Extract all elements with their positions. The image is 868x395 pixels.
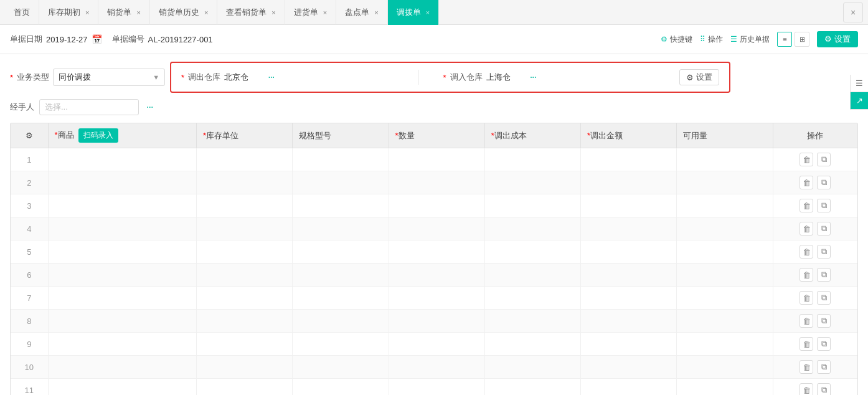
th-gear[interactable]: ⚙ xyxy=(11,123,48,148)
delete-icon-11[interactable]: 🗑 xyxy=(800,383,813,395)
row-available-3[interactable] xyxy=(677,194,773,217)
row-available-11[interactable] xyxy=(677,379,773,396)
copy-icon-7[interactable]: ⧉ xyxy=(817,291,831,305)
right-panel-list-icon[interactable]: ☰ xyxy=(851,75,868,92)
layout-icon-list[interactable]: ≡ xyxy=(777,32,792,47)
row-spec-6[interactable] xyxy=(293,264,389,287)
tab-inventory-check-close[interactable]: × xyxy=(374,9,378,16)
row-unit-2[interactable] xyxy=(197,171,293,194)
delete-icon-6[interactable]: 🗑 xyxy=(800,268,813,282)
row-available-8[interactable] xyxy=(677,310,773,333)
row-quantity-10[interactable] xyxy=(389,356,484,379)
row-amount-3[interactable] xyxy=(581,194,677,217)
row-available-5[interactable] xyxy=(677,240,773,264)
row-amount-7[interactable] xyxy=(581,287,677,310)
copy-icon-2[interactable]: ⧉ xyxy=(817,176,831,189)
tab-inventory-check[interactable]: 盘点单 × xyxy=(336,0,387,25)
row-spec-1[interactable] xyxy=(293,148,389,171)
delete-icon-8[interactable]: 🗑 xyxy=(800,314,813,328)
row-spec-4[interactable] xyxy=(293,217,389,240)
row-quantity-2[interactable] xyxy=(389,171,484,194)
row-cost-4[interactable] xyxy=(484,217,580,240)
row-spec-5[interactable] xyxy=(293,240,389,264)
row-product-11[interactable] xyxy=(48,379,197,396)
tab-transfer-order[interactable]: 调拨单 × xyxy=(388,0,439,25)
row-product-8[interactable] xyxy=(48,310,197,333)
warehouse-settings-button[interactable]: ⚙ 设置 xyxy=(679,69,719,85)
tab-sales-order-close[interactable]: × xyxy=(136,9,140,16)
window-close-button[interactable]: × xyxy=(843,2,863,22)
row-amount-10[interactable] xyxy=(581,356,677,379)
right-panel-export-icon[interactable]: ↗ xyxy=(851,92,868,110)
manager-dots[interactable]: ··· xyxy=(146,102,153,113)
row-cost-8[interactable] xyxy=(484,310,580,333)
copy-icon-10[interactable]: ⧉ xyxy=(817,360,831,374)
row-cost-10[interactable] xyxy=(484,356,580,379)
row-cost-3[interactable] xyxy=(484,194,580,217)
row-available-9[interactable] xyxy=(677,333,773,356)
row-cost-1[interactable] xyxy=(484,148,580,171)
row-amount-1[interactable] xyxy=(581,148,677,171)
row-unit-9[interactable] xyxy=(197,333,293,356)
row-quantity-11[interactable] xyxy=(389,379,484,396)
row-cost-11[interactable] xyxy=(484,379,580,396)
row-available-6[interactable] xyxy=(677,264,773,287)
row-unit-1[interactable] xyxy=(197,148,293,171)
row-quantity-6[interactable] xyxy=(389,264,484,287)
row-unit-4[interactable] xyxy=(197,217,293,240)
manager-select[interactable]: 选择... xyxy=(39,99,139,115)
delete-icon-7[interactable]: 🗑 xyxy=(800,291,813,305)
row-amount-11[interactable] xyxy=(581,379,677,396)
copy-icon-9[interactable]: ⧉ xyxy=(817,337,831,351)
tab-sales-history-close[interactable]: × xyxy=(204,9,208,16)
row-amount-4[interactable] xyxy=(581,217,677,240)
row-amount-8[interactable] xyxy=(581,310,677,333)
scan-button[interactable]: 扫码录入 xyxy=(78,128,118,143)
tab-purchase-order[interactable]: 进货单 × xyxy=(285,0,336,25)
business-type-select[interactable]: 同价调拨 ▼ xyxy=(53,69,165,86)
row-available-4[interactable] xyxy=(677,217,773,240)
row-product-6[interactable] xyxy=(48,264,197,287)
row-quantity-8[interactable] xyxy=(389,310,484,333)
row-unit-5[interactable] xyxy=(197,240,293,264)
shortcut-action[interactable]: ⚙ 快捷键 xyxy=(661,34,692,45)
row-product-9[interactable] xyxy=(48,333,197,356)
tab-inventory-init-close[interactable]: × xyxy=(85,9,89,16)
history-action[interactable]: ☰ 历史单据 xyxy=(730,34,770,45)
delete-icon-4[interactable]: 🗑 xyxy=(800,222,813,236)
row-product-7[interactable] xyxy=(48,287,197,310)
row-cost-9[interactable] xyxy=(484,333,580,356)
row-product-5[interactable] xyxy=(48,240,197,264)
row-spec-10[interactable] xyxy=(293,356,389,379)
row-amount-2[interactable] xyxy=(581,171,677,194)
delete-icon-9[interactable]: 🗑 xyxy=(800,337,813,351)
row-quantity-9[interactable] xyxy=(389,333,484,356)
layout-icon-grid[interactable]: ⊞ xyxy=(795,32,809,47)
tab-inventory-init[interactable]: 库存期初 × xyxy=(39,0,98,25)
copy-icon-4[interactable]: ⧉ xyxy=(817,222,831,236)
delete-icon-5[interactable]: 🗑 xyxy=(800,245,813,259)
row-unit-6[interactable] xyxy=(197,264,293,287)
settings-button[interactable]: ⚙ 设置 xyxy=(817,31,858,47)
tab-sales-history[interactable]: 销货单历史 × xyxy=(150,0,217,25)
tab-home[interactable]: 首页 xyxy=(5,0,39,25)
calendar-icon[interactable]: 📅 xyxy=(92,34,102,44)
row-quantity-5[interactable] xyxy=(389,240,484,264)
delete-icon-1[interactable]: 🗑 xyxy=(800,153,813,166)
scroll-area[interactable]: ⚙ *商品 扫码录入 *库存单位 规格型号 *数量 *调出成本 *调出金额 可用… xyxy=(11,123,857,395)
row-amount-9[interactable] xyxy=(581,333,677,356)
row-product-2[interactable] xyxy=(48,171,197,194)
copy-icon-8[interactable]: ⧉ xyxy=(817,314,831,328)
row-unit-10[interactable] xyxy=(197,356,293,379)
row-available-7[interactable] xyxy=(677,287,773,310)
row-amount-5[interactable] xyxy=(581,240,677,264)
row-available-10[interactable] xyxy=(677,356,773,379)
row-spec-11[interactable] xyxy=(293,379,389,396)
delete-icon-10[interactable]: 🗑 xyxy=(800,360,813,374)
row-cost-7[interactable] xyxy=(484,287,580,310)
row-cost-5[interactable] xyxy=(484,240,580,264)
row-unit-3[interactable] xyxy=(197,194,293,217)
transfer-out-dots[interactable]: ··· xyxy=(268,72,274,83)
operate-action[interactable]: ⠿ 操作 xyxy=(700,34,723,45)
row-quantity-7[interactable] xyxy=(389,287,484,310)
